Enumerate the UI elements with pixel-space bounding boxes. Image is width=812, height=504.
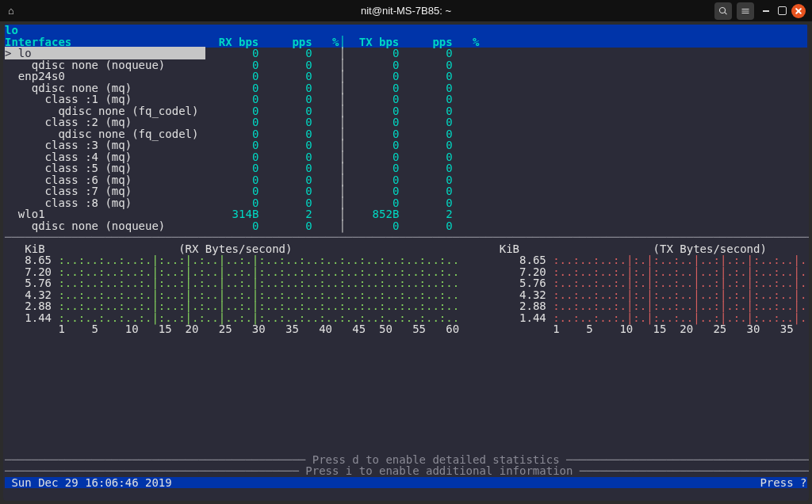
status-bar: Sun Dec 29 16:06:46 2019 Press ? for hel…	[5, 477, 807, 489]
table-row[interactable]: class :6 (mq) 0 0 │ 0 0	[5, 174, 807, 186]
charts-region: KiB (RX Bytes/second) KiB (TX Bytes/seco…	[5, 243, 807, 335]
bmon-header: lo bmon 4.0	[5, 25, 807, 36]
table-row[interactable]: > lo 0 0 │ 0 0	[5, 48, 807, 59]
table-row[interactable]: enp24s0 0 0 │ 0 0	[5, 71, 807, 82]
table-row[interactable]: qdisc none (mq) 0 0 │ 0 0	[5, 82, 807, 94]
table-row[interactable]: class :1 (mq) 0 0 │ 0 0	[5, 94, 807, 105]
table-row[interactable]: qdisc none (fq_codel) 0 0 │ 0 0	[5, 128, 807, 140]
terminal[interactable]: lo bmon 4.0 Interfaces RX bps pps %│ TX …	[3, 25, 809, 501]
window-maximize-button[interactable]	[778, 6, 787, 15]
window-minimize-button[interactable]	[759, 4, 773, 18]
table-row[interactable]: class :4 (mq) 0 0 │ 0 0	[5, 151, 807, 163]
table-row[interactable]: class :7 (mq) 0 0 │ 0 0	[5, 185, 807, 197]
hint-detailed: ────────────────────────────────────────…	[5, 454, 807, 466]
window-titlebar: ⌂ nit@nit-MS-7B85: ~	[0, 0, 812, 21]
window-close-button[interactable]	[791, 4, 806, 18]
search-icon[interactable]	[714, 2, 732, 20]
hamburger-icon[interactable]	[737, 2, 754, 20]
table-row[interactable]: qdisc none (noqueue) 0 0 │ 0 0	[5, 59, 807, 71]
divider: ────────────────────────────────────────…	[5, 231, 807, 243]
table-row[interactable]: class :8 (mq) 0 0 │ 0 0	[5, 197, 807, 209]
activities-icon[interactable]: ⌂	[8, 5, 14, 17]
table-row[interactable]: wlo1 314B 2 │ 852B 2	[5, 208, 807, 220]
table-row[interactable]: class :5 (mq) 0 0 │ 0 0	[5, 162, 807, 174]
hint-additional: ────────────────────────────────────────…	[5, 465, 807, 477]
table-header: Interfaces RX bps pps %│ TX bps pps %	[5, 36, 807, 48]
table-row[interactable]: qdisc none (fq_codel) 0 0 │ 0 0	[5, 105, 807, 117]
table-row[interactable]: class :2 (mq) 0 0 │ 0 0	[5, 116, 807, 128]
interfaces-table: > lo 0 0 │ 0 0 qdisc none (noqueue) 0 0 …	[5, 48, 807, 231]
table-row[interactable]: qdisc none (noqueue) 0 0 │ 0 0	[5, 220, 807, 232]
window-title: nit@nit-MS-7B85: ~	[361, 5, 451, 17]
table-row[interactable]: class :3 (mq) 0 0 │ 0 0	[5, 139, 807, 151]
